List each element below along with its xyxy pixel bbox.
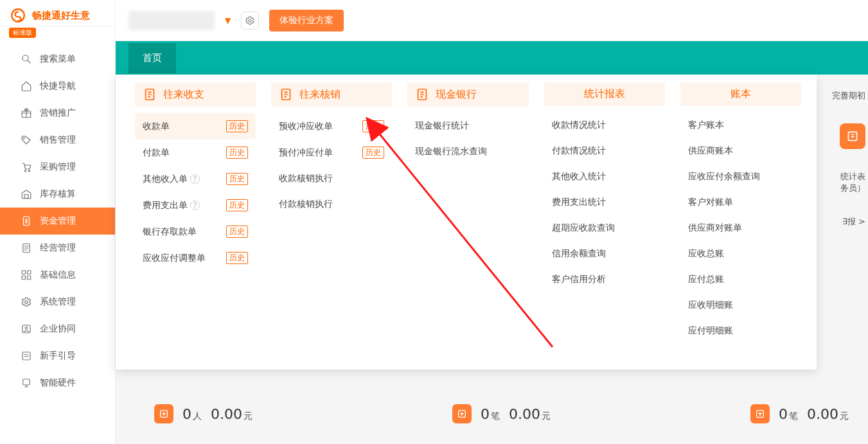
mega-item[interactable]: 付款单历史: [135, 139, 256, 166]
mega-item[interactable]: 预收冲应收单历史: [271, 113, 392, 139]
stat-count-unit: 笔: [789, 411, 798, 421]
doc-icon: [143, 87, 157, 102]
dock-text[interactable]: 完善期初: [832, 90, 865, 102]
mega-item-label: 付款核销执行: [279, 199, 333, 210]
sidebar-item-home[interactable]: 快捷导航: [0, 73, 115, 100]
stat-block: 0笔0.00元: [750, 404, 849, 423]
mega-item[interactable]: 银行存取款单历史: [135, 218, 256, 245]
gear-icon: [21, 296, 32, 308]
mega-item[interactable]: 费用支出单?历史: [135, 192, 256, 218]
sidebar-item-team[interactable]: 企业协同: [0, 315, 115, 342]
sidebar-item-cart[interactable]: 采购管理: [0, 154, 115, 181]
chevron-down-icon[interactable]: ▼: [225, 16, 231, 25]
sidebar-item-doc[interactable]: 经营管理: [0, 235, 115, 262]
mega-item-label: 应付总账: [688, 274, 724, 285]
mega-item[interactable]: 应收总账: [680, 241, 801, 267]
tab-home[interactable]: 首页: [128, 43, 176, 73]
mega-item[interactable]: 收款核销执行: [271, 166, 392, 191]
cart-icon: [21, 161, 32, 173]
mega-item[interactable]: 费用支出统计: [544, 190, 665, 215]
mega-item[interactable]: 应收应付调整单历史: [135, 245, 256, 271]
mega-list: 收款单历史付款单历史其他收入单?历史费用支出单?历史银行存取款单历史应收应付调整…: [135, 113, 256, 271]
dock-text[interactable]: 统计表 务员）: [840, 171, 865, 194]
mega-item[interactable]: 供应商账本: [680, 138, 801, 164]
mega-item-label: 超期应收款查询: [552, 222, 615, 234]
mega-item-label: 付款情况统计: [552, 145, 606, 157]
mega-item[interactable]: 客户信用分析: [544, 267, 665, 292]
dock-chip[interactable]: [840, 123, 865, 149]
sidebar-item-search[interactable]: 搜索菜单: [0, 46, 115, 73]
mega-item-label: 预付冲应付单: [279, 147, 333, 159]
history-badge[interactable]: 历史: [226, 147, 248, 159]
brand-mark-icon: [9, 6, 27, 24]
mega-item[interactable]: 现金银行流水查询: [407, 139, 528, 164]
stat-icon: [750, 404, 770, 423]
mega-item[interactable]: 付款核销执行: [271, 191, 392, 217]
history-badge[interactable]: 历史: [226, 252, 248, 264]
sidebar-item-money[interactable]: 资金管理: [0, 208, 115, 235]
mega-item[interactable]: 付款情况统计: [544, 138, 665, 164]
mega-item[interactable]: 现金银行统计: [407, 113, 528, 139]
sidebar-item-grid[interactable]: 基础信息: [0, 262, 115, 289]
sidebar-item-label: 销售管理: [40, 134, 76, 146]
mega-item[interactable]: 预付冲应付单历史: [271, 139, 392, 166]
sidebar-item-warehouse[interactable]: 库存核算: [0, 181, 115, 208]
stat-count-unit: 笔: [491, 411, 500, 421]
mega-item[interactable]: 客户对账单: [680, 190, 801, 215]
stat-count: 0: [182, 406, 191, 422]
mega-item[interactable]: 收款单历史: [135, 113, 256, 139]
mega-item[interactable]: 其他收入统计: [544, 164, 665, 190]
sidebar-item-tag[interactable]: 销售管理: [0, 127, 115, 154]
mega-item[interactable]: 应付明细账: [680, 318, 801, 344]
history-badge[interactable]: 历史: [362, 147, 384, 159]
experience-button[interactable]: 体验行业方案: [269, 10, 344, 31]
sidebar-item-device[interactable]: 智能硬件: [0, 369, 115, 396]
sidebar-item-steps[interactable]: 新手引导: [0, 342, 115, 369]
store-selector[interactable]: [128, 11, 215, 30]
mega-item[interactable]: 应付总账: [680, 267, 801, 292]
stat-amount-unit: 元: [542, 411, 551, 421]
help-icon[interactable]: ?: [190, 200, 200, 210]
mega-item-label: 应收总账: [688, 248, 724, 260]
history-badge[interactable]: 历史: [226, 226, 248, 238]
mega-item-label: 费用支出单: [143, 200, 188, 211]
svg-point-21: [25, 327, 28, 330]
mega-item[interactable]: 其他收入单?历史: [135, 166, 256, 192]
mega-item[interactable]: 收款情况统计: [544, 112, 665, 138]
history-badge[interactable]: 历史: [362, 120, 384, 132]
mega-item-label: 收款情况统计: [552, 120, 606, 131]
svg-line-2: [28, 60, 30, 63]
mega-item[interactable]: 超期应收款查询: [544, 215, 665, 241]
help-icon[interactable]: ?: [190, 174, 200, 184]
sidebar-item-label: 采购管理: [40, 161, 76, 173]
stat-amount: 0.00: [807, 406, 838, 422]
sidebar-item-gift[interactable]: 营销推广: [0, 100, 115, 127]
mega-item[interactable]: 应收明细账: [680, 292, 801, 318]
mega-item-label: 应收应付余额查询: [688, 171, 760, 182]
svg-point-1: [22, 55, 28, 61]
gift-icon: [21, 107, 32, 119]
mega-item[interactable]: 应收应付余额查询: [680, 164, 801, 190]
sidebar-item-gear[interactable]: 系统管理: [0, 289, 115, 315]
brand-name: 畅捷通好生意: [32, 10, 90, 22]
sidebar-nav: 搜索菜单快捷导航营销推广销售管理采购管理库存核算资金管理经营管理基础信息系统管理…: [0, 43, 115, 399]
dock-chip-icon[interactable]: [840, 123, 865, 149]
history-badge[interactable]: 历史: [226, 173, 248, 185]
history-badge[interactable]: 历史: [226, 199, 248, 211]
sidebar-item-label: 经营管理: [40, 242, 76, 254]
steps-icon: [21, 350, 32, 362]
money-icon: [21, 215, 32, 227]
mega-item-label: 应付明细账: [688, 325, 733, 337]
history-badge[interactable]: 历史: [226, 120, 248, 132]
mega-item[interactable]: 信用余额查询: [544, 241, 665, 267]
mega-item[interactable]: 客户账本: [680, 112, 801, 138]
svg-point-6: [23, 138, 24, 139]
sidebar-item-label: 基础信息: [40, 269, 76, 281]
sidebar-item-label: 新手引导: [40, 350, 76, 362]
mega-item[interactable]: 供应商对账单: [680, 215, 801, 241]
device-icon: [21, 377, 32, 389]
tag-icon: [21, 134, 32, 146]
mega-item-label: 银行存取款单: [143, 226, 197, 238]
settings-button[interactable]: [241, 12, 259, 30]
dock-text[interactable]: ∃报 >: [842, 216, 865, 227]
